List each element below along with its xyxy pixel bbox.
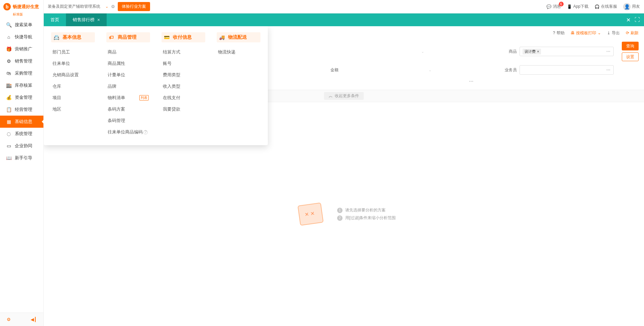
sidebar-nav: 🔍搜索菜单⌂快捷导航🎁营销推广⚙销售管理🛍采购管理🏬库存核算💰资金管理📋经营管理…: [0, 17, 43, 313]
help-button[interactable]: ? 帮助: [553, 30, 565, 36]
mega-col-0: 📇基本信息部门员工往来单位允销商品设置仓库项目地区: [51, 32, 95, 138]
fullscreen-icon[interactable]: ⛶: [635, 17, 640, 23]
mega-item-0-5[interactable]: 地区: [51, 104, 95, 115]
nav-icon: ◌: [6, 131, 11, 136]
sidebar-item-6[interactable]: 💰资金管理: [0, 91, 43, 104]
sidebar-item-1[interactable]: ⌂快捷导航: [0, 31, 43, 43]
chevron-down-icon: ⌄: [598, 31, 601, 35]
mega-item-1-5[interactable]: 条码方案: [106, 104, 150, 115]
chevron-down-icon: ⌄: [421, 50, 424, 53]
more-icon[interactable]: ⋯: [469, 79, 474, 84]
mega-item-2-2[interactable]: 费用类型: [162, 69, 205, 81]
nav-icon: ▭: [6, 143, 11, 149]
sidebar: b 畅捷通好生意 标准版 🔍搜索菜单⌂快捷导航🎁营销推广⚙销售管理🛍采购管理🏬库…: [0, 0, 44, 326]
mega-item-0-4[interactable]: 项目: [51, 92, 95, 104]
mega-item-0-2[interactable]: 允销商品设置: [51, 69, 95, 81]
mega-item-1-4[interactable]: 物料清单列表: [106, 92, 150, 104]
messages-button[interactable]: 💬 消息 6: [546, 4, 561, 9]
settings-gear-icon[interactable]: ⚙: [7, 317, 11, 322]
mega-header: 💳收付信息: [162, 32, 205, 42]
basic-info-mega-menu: 📇基本信息部门员工往来单位允销商品设置仓库项目地区🏷商品管理商品商品属性计量单位…: [44, 26, 268, 145]
more-icon[interactable]: ⋯: [606, 68, 611, 72]
sidebar-item-5[interactable]: 🏬库存核算: [0, 79, 43, 91]
tab-close-icon[interactable]: ×: [97, 17, 100, 23]
query-button[interactable]: 查询: [622, 42, 639, 50]
sidebar-item-11[interactable]: 📖新手引导: [0, 152, 43, 164]
brand-icon: b: [3, 3, 11, 10]
tab-1[interactable]: 销售排行榜×: [66, 13, 107, 26]
operator-filter-input[interactable]: ⋯: [520, 65, 614, 75]
brand-name: 畅捷通好生意: [13, 4, 39, 10]
mega-item-1-1[interactable]: 商品属性: [106, 58, 150, 69]
chevron-down-icon: ⌄: [105, 4, 108, 9]
sidebar-item-7[interactable]: 📋经营管理: [0, 104, 43, 116]
goods-filter-input[interactable]: 设计费 × ⋯: [520, 47, 614, 56]
mega-item-1-3[interactable]: 品牌: [106, 81, 150, 92]
chevron-up-icon: ︽: [329, 93, 333, 99]
export-button[interactable]: ⤓ 导出: [607, 30, 620, 36]
remove-tag-icon[interactable]: ×: [537, 49, 539, 53]
list-badge: 列表: [139, 95, 149, 100]
sidebar-item-9[interactable]: ◌系统管理: [0, 128, 43, 140]
mega-item-2-1[interactable]: 账号: [162, 58, 205, 69]
tab-0[interactable]: 首页: [44, 13, 66, 26]
nav-icon: 📖: [6, 155, 11, 161]
mega-item-1-7[interactable]: 往来单位商品编码?: [106, 126, 150, 138]
close-all-tabs-icon[interactable]: ✕: [626, 17, 631, 23]
help-icon: ?: [553, 31, 555, 35]
brand-logo: b 畅捷通好生意: [0, 0, 43, 13]
brand-edition: 标准版: [0, 12, 43, 17]
mega-item-0-1[interactable]: 往来单位: [51, 58, 95, 69]
system-settings-icon[interactable]: ⚙: [111, 4, 115, 9]
try-industry-button[interactable]: 体验行业方案: [118, 2, 150, 11]
messages-badge: 6: [559, 2, 564, 6]
amount-filter-label: 金额: [330, 67, 338, 73]
more-icon[interactable]: ⋯: [606, 49, 611, 54]
mega-item-1-2[interactable]: 计量单位: [106, 69, 150, 81]
chat-icon: 💬: [546, 4, 551, 9]
mega-header-icon: 🏷: [108, 34, 115, 40]
mega-item-2-3[interactable]: 收入类型: [162, 81, 205, 92]
mega-item-0-0[interactable]: 部门员工: [51, 46, 95, 58]
mega-header-icon: 📇: [52, 34, 60, 40]
mega-col-2: 💳收付信息结算方式账号费用类型收入类型在线支付我要贷款: [162, 32, 205, 138]
mega-item-1-6[interactable]: 条码管理: [106, 115, 150, 126]
filter-settings-button[interactable]: 设置: [622, 52, 639, 61]
sidebar-item-4[interactable]: 🛍采购管理: [0, 67, 43, 79]
refresh-button[interactable]: ⟳ 刷新: [626, 30, 639, 36]
sidebar-item-2[interactable]: 🎁营销推广: [0, 43, 43, 55]
sidebar-item-0[interactable]: 🔍搜索菜单: [0, 19, 43, 31]
top-header: 装备及固定资产辅助管理系统 ⌄ ⚙ 体验行业方案 💬 消息 6 📱 App下载 …: [44, 0, 644, 13]
template-print-button[interactable]: 🖶 按模板打印 ⌄: [571, 30, 601, 36]
nav-icon: 💰: [6, 95, 11, 100]
mega-item-0-3[interactable]: 仓库: [51, 81, 95, 92]
empty-step-2: 2用[过滤]条件来缩小分析范围: [337, 215, 396, 221]
mega-item-2-5[interactable]: 我要贷款: [162, 104, 205, 115]
mega-item-2-0[interactable]: 结算方式: [162, 46, 205, 58]
mega-item-2-4[interactable]: 在线支付: [162, 92, 205, 104]
collapse-sidebar-icon[interactable]: ◀┃: [31, 317, 37, 322]
mega-header: 📇基本信息: [51, 32, 95, 42]
system-selector[interactable]: 装备及固定资产辅助管理系统 ⌄: [48, 4, 108, 9]
user-menu[interactable]: 👤 用友: [623, 3, 640, 10]
sidebar-item-8[interactable]: ▦基础信息: [0, 116, 43, 128]
export-icon: ⤓: [607, 31, 610, 35]
nav-icon: 🛍: [6, 71, 11, 76]
sidebar-item-10[interactable]: ▭企业协同: [0, 140, 43, 152]
print-icon: 🖶: [571, 31, 575, 35]
content-area: 📇基本信息部门员工往来单位允销商品设置仓库项目地区🏷商品管理商品商品属性计量单位…: [44, 26, 644, 326]
mega-item-1-0[interactable]: 商品: [106, 46, 150, 58]
mega-item-3-0[interactable]: 物流快递: [217, 46, 260, 58]
sidebar-item-3[interactable]: ⚙销售管理: [0, 55, 43, 67]
phone-icon: 📱: [567, 4, 572, 9]
nav-icon: ▦: [6, 119, 11, 124]
nav-icon: 🎁: [6, 46, 11, 52]
operator-filter-label: 业务员: [497, 67, 517, 73]
empty-illustration: × ×: [292, 197, 329, 231]
goods-filter-tag[interactable]: 设计费 ×: [523, 49, 541, 54]
tab-bar: 首页销售排行榜× ✕ ⛶: [44, 13, 644, 26]
app-download-button[interactable]: 📱 App下载: [567, 4, 588, 9]
mega-header: 🚚物流配送: [217, 32, 260, 42]
online-support-button[interactable]: 🎧 在线客服: [595, 4, 617, 9]
sidebar-footer: ⚙ ◀┃: [0, 313, 43, 326]
